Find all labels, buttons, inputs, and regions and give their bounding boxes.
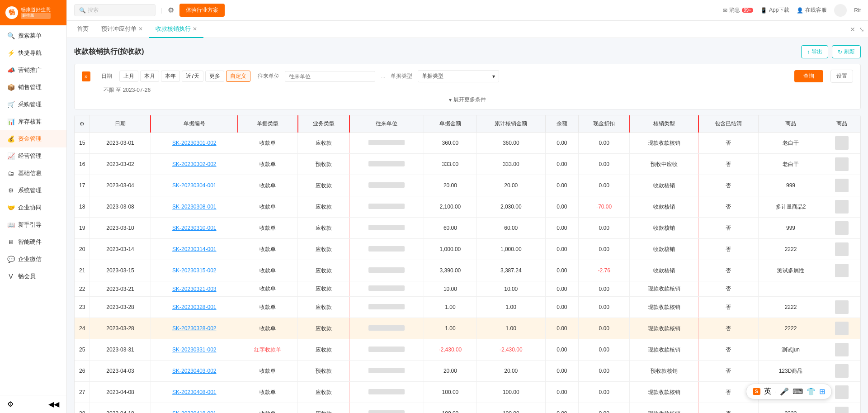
tab-home[interactable]: 首页 [71,21,95,38]
partner-input[interactable] [285,71,375,82]
bill-no-link[interactable]: SK-20230301-002 [172,140,216,146]
collab-icon: 🤝 [7,204,14,211]
date-btn-more[interactable]: 更多 [205,71,224,82]
search-icon: 🔍 [7,32,14,39]
bill-no-link[interactable]: SK-20230308-001 [172,204,216,210]
cell-write-off-type: 收款核销 [630,196,698,218]
mic-icon[interactable]: 🎤 [780,387,789,396]
sidebar-item-shortcut[interactable]: ⚡ 快捷导航 [0,44,66,62]
cell-write-off-type: 现款收款核销 [630,281,698,297]
date-range-display: 不限 至 2023-07-26 [104,86,151,94]
sales-icon: 📦 [7,84,14,91]
date-btn-7days[interactable]: 近7天 [182,71,204,82]
expand-conditions-btn[interactable]: ▾ 展开更多条件 [82,96,853,104]
keyboard-icon[interactable]: ⌨ [793,387,803,396]
bill-no-link[interactable]: SK-20230302-002 [172,161,216,167]
cell-balance: 0.00 [545,154,578,175]
bill-no-link[interactable]: SK-20230314-001 [172,246,216,252]
sidebar-bottom: ⚙ ◀◀ [0,395,66,413]
cell-no: 24 [75,318,90,339]
close-all-tabs-icon[interactable]: ✕ [850,26,855,33]
sidebar-item-wechat[interactable]: 💬 企业微信 [0,251,66,268]
sidebar-item-inventory[interactable]: 📊 库存核算 [0,113,66,130]
sidebar-item-operations[interactable]: 📈 经营管理 [0,147,66,165]
export-btn[interactable]: ↑ 导出 [801,45,828,58]
chinese-input-icon[interactable]: 英 [764,387,771,396]
bill-no-link[interactable]: SK-20230408-001 [172,389,216,395]
topbar-search-box[interactable]: 🔍 搜索 [74,4,156,16]
chevron-down-icon: ▾ [449,97,452,103]
bill-no-link[interactable]: SK-20230304-001 [172,182,216,189]
sidebar-item-purchase[interactable]: 🛒 采购管理 [0,96,66,113]
sidebar-item-guide[interactable]: 📖 新手引导 [0,216,66,233]
table-row: 28 2023-04-18 SK-20230418-001 收款单 应收款 10… [75,403,860,413]
maximize-icon[interactable]: ⤡ [859,26,864,33]
online-service-btn[interactable]: 👤 在线客服 [797,6,827,14]
cell-bill-type: 收款单 [238,154,297,175]
download-icon: 📱 [760,7,767,14]
settings-bottom-icon[interactable]: ⚙ [7,400,14,408]
sidebar-item-member[interactable]: V 畅会员 [0,268,66,285]
date-btn-this-year[interactable]: 本年 [161,71,180,82]
sidebar-item-system[interactable]: ⚙ 系统管理 [0,182,66,199]
query-btn[interactable]: 查询 [794,70,823,82]
bill-no-link[interactable]: SK-20230310-001 [172,225,216,231]
cell-goods1: 2222 [759,297,823,318]
hardware-icon: 🖥 [7,238,14,246]
cell-cumulative: 1,000.00 [476,239,545,260]
cell-included: 否 [698,318,759,339]
cell-bill-no: SK-20230301-002 [151,133,238,154]
refresh-btn[interactable]: ↻ 刷新 [832,45,861,58]
sidebar-item-basics[interactable]: 🗂 基础信息 [0,165,66,182]
cell-bill-no: SK-20230304-001 [151,175,238,196]
cell-bill-type: 收款单 [238,196,297,218]
cell-goods1 [759,281,823,297]
app-download-btn[interactable]: 📱 App下载 [760,6,789,14]
solution-btn[interactable]: 体验行业方案 [179,4,225,17]
cell-partner [349,339,424,361]
close-tab-pre-payable[interactable]: ✕ [138,26,143,32]
sidebar-item-hardware[interactable]: 🖥 智能硬件 [0,233,66,251]
cell-biz-type: 应收款 [298,339,349,361]
close-tab-write-off[interactable]: ✕ [193,26,197,32]
tab-write-off[interactable]: 收款核销执行 ✕ [149,21,203,38]
cell-bill-type: 收款单 [238,239,297,260]
shirt-icon[interactable]: 👕 [807,387,816,396]
sidebar-item-search[interactable]: 🔍 搜索菜单 [0,27,66,44]
bill-no-link[interactable]: SK-20230418-001 [172,410,216,413]
bill-type-select[interactable]: 单据类型 ▾ [418,70,499,82]
col-settings[interactable]: ⚙ [75,115,90,133]
cell-no: 22 [75,281,90,297]
gear-icon[interactable]: ⚙ [168,6,174,14]
collapse-icon[interactable]: ◀◀ [48,400,59,408]
cell-biz-type: 预收款 [298,361,349,382]
cell-date: 2023-03-02 [90,154,151,175]
bill-no-link[interactable]: SK-20230328-002 [172,325,216,332]
inventory-icon: 📊 [7,118,14,125]
search-icon: 🔍 [79,7,86,14]
sidebar-item-collab[interactable]: 🤝 企业协同 [0,199,66,216]
message-btn[interactable]: ✉ 消息 99+ [723,6,753,14]
sidebar-item-finance[interactable]: 💰 资金管理 [0,130,66,147]
sidebar-item-sales[interactable]: 📦 销售管理 [0,79,66,96]
grid-icon[interactable]: ⊞ [819,387,825,396]
date-btn-custom[interactable]: 自定义 [226,71,250,82]
cell-write-off-type: 现款收款核销 [630,403,698,413]
filter-collapse-btn[interactable]: » [82,71,90,81]
col-bill-type: 单据类型 [238,115,297,133]
tab-pre-payable[interactable]: 预计冲应付单 ✕ [95,21,149,38]
bill-no-link[interactable]: SK-20230328-001 [172,304,216,310]
bill-no-link[interactable]: SK-20230331-002 [172,347,216,353]
bill-no-link[interactable]: SK-20230403-002 [172,368,216,374]
cell-write-off-type: 现款收款核销 [630,133,698,154]
bill-no-link[interactable]: SK-20230315-002 [172,267,216,274]
cell-balance: 0.00 [545,239,578,260]
member-icon: V [7,273,14,280]
setting-btn[interactable]: 设置 [830,70,853,83]
sidebar-item-marketing[interactable]: 📣 营销推广 [0,62,66,79]
date-btn-last-month[interactable]: 上月 [119,71,138,82]
cell-biz-type: 应收款 [298,260,349,281]
bill-no-link[interactable]: SK-20230321-003 [172,286,216,292]
date-btn-this-month[interactable]: 本月 [140,71,159,82]
avatar[interactable] [834,4,847,17]
